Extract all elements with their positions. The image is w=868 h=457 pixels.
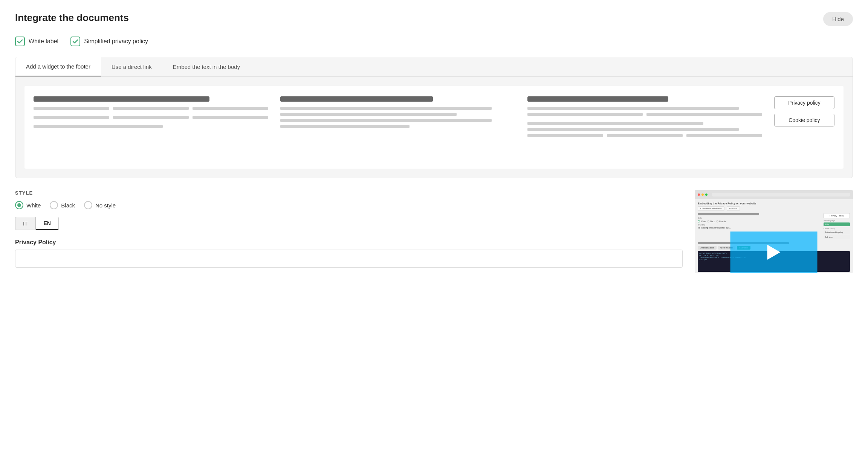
preview-lines-group-1a [34, 107, 268, 113]
ss-style-label: Style [698, 217, 702, 219]
privacy-policy-label: Privacy Policy [15, 239, 683, 246]
ss-radio-black: Black [707, 220, 715, 222]
no-style-radio-icon [84, 201, 92, 209]
preview-title-1 [34, 96, 209, 102]
preview-line [280, 119, 492, 122]
style-label: STYLE [15, 190, 683, 196]
tab-content: Privacy policy Cookie policy [15, 77, 853, 178]
lang-it-button[interactable]: IT [15, 217, 35, 230]
ss-right-col: Privacy Policy Add language EN × Cookie … [824, 213, 850, 239]
preview-title-2 [280, 96, 433, 102]
preview-line [193, 107, 268, 110]
right-panel: Embedding the Privacy Policy on your web… [695, 190, 853, 273]
white-radio-dot [17, 203, 21, 207]
ss-tab-customize: Customize the button [698, 206, 724, 211]
style-black-option[interactable]: Black [50, 201, 75, 209]
style-white-option[interactable]: White [15, 201, 41, 209]
language-group: IT EN [15, 217, 683, 230]
preview-lines-group-3a [527, 113, 762, 119]
radio-group: White Black No style [15, 201, 683, 209]
preview-box: Privacy policy Cookie policy [24, 86, 844, 169]
white-label-check-icon [15, 37, 25, 46]
ss-embed-tab: Embedding code [698, 246, 717, 250]
tabs-header: Add a widget to the footer Use a direct … [15, 57, 853, 77]
ss-branding-text: No branding remove the Iubenda logo... [698, 227, 821, 229]
preview-line [34, 125, 163, 128]
preview-column-2 [280, 96, 515, 158]
window-dot-red [698, 193, 700, 196]
ss-line [698, 213, 759, 215]
preview-line [193, 116, 268, 119]
ss-privacy-btn: Privacy Policy [824, 213, 850, 218]
ss-title: Embedding the Privacy Policy on your web… [698, 202, 850, 205]
preview-column-1 [34, 96, 268, 158]
left-panel: STYLE White Black No style [15, 190, 683, 268]
ss-radio-nostyle: No style [716, 220, 726, 222]
header-row: Integrate the documents Hide [15, 12, 853, 26]
preview-lines-group-1b [34, 116, 268, 122]
preview-line [607, 134, 683, 137]
checkboxes-row: White label Simplified privacy policy [15, 37, 853, 46]
ss-full-btn: Full sites [824, 235, 850, 239]
white-label: White [26, 202, 41, 209]
window-dot-yellow [701, 193, 704, 196]
preview-buttons-col: Privacy policy Cookie policy [774, 96, 834, 158]
preview-line [527, 128, 739, 131]
ss-lang-label: Add language [824, 219, 850, 222]
white-label-text: White label [29, 38, 58, 45]
preview-line [113, 107, 189, 110]
preview-line [527, 107, 739, 110]
ss-radio-row: White Black No style [698, 220, 821, 222]
hide-button[interactable]: Hide [823, 12, 853, 26]
simplified-privacy-checkbox[interactable]: Simplified privacy policy [70, 37, 148, 46]
ss-tab-preview: Preview [727, 206, 740, 211]
ss-lang-en: EN × [824, 222, 850, 226]
video-overlay [730, 232, 818, 273]
ss-branding-label: Branding [698, 224, 821, 226]
preview-line [686, 134, 762, 137]
preview-line [113, 116, 189, 119]
url-bar [712, 193, 850, 197]
play-button-icon[interactable] [767, 245, 781, 260]
lang-en-button[interactable]: EN [35, 217, 58, 230]
ss-cookie-btn: Activate cookie policy [824, 230, 850, 234]
preview-line [34, 107, 109, 110]
preview-line [646, 113, 762, 116]
privacy-policy-button[interactable]: Privacy policy [774, 96, 834, 109]
video-preview[interactable]: Embedding the Privacy Policy on your web… [695, 190, 853, 273]
tab-direct-link[interactable]: Use a direct link [101, 57, 162, 76]
ss-radio-white: White [698, 220, 706, 222]
preview-line [280, 113, 456, 116]
tabs-section: Add a widget to the footer Use a direct … [15, 57, 853, 178]
black-label: Black [61, 202, 75, 209]
preview-line [527, 122, 703, 125]
screenshot-header [695, 190, 853, 199]
style-no-style-option[interactable]: No style [84, 201, 116, 209]
page-container: Integrate the documents Hide White label… [0, 0, 868, 457]
window-dot-green [705, 193, 708, 196]
white-radio-icon [15, 201, 23, 209]
cookie-policy-button[interactable]: Cookie policy [774, 114, 834, 126]
simplified-privacy-check-icon [70, 37, 80, 46]
ss-cookie-label: Cookie policy [824, 227, 850, 230]
no-style-label: No style [95, 202, 116, 209]
white-label-checkbox[interactable]: White label [15, 37, 58, 46]
black-radio-icon [50, 201, 58, 209]
preview-line [527, 134, 603, 137]
preview-line [280, 125, 410, 128]
ss-style-row: Style [698, 217, 821, 219]
tab-footer-widget[interactable]: Add a widget to the footer [15, 57, 101, 76]
preview-title-3 [527, 96, 668, 102]
page-title: Integrate the documents [15, 12, 129, 24]
privacy-code-box[interactable] [15, 250, 683, 268]
preview-line [34, 116, 109, 119]
preview-column-3 [527, 96, 762, 158]
simplified-privacy-text: Simplified privacy policy [84, 38, 148, 45]
preview-line [280, 107, 492, 110]
style-section: STYLE White Black No style [15, 190, 683, 230]
tab-embed-body[interactable]: Embed the text in the body [162, 57, 251, 76]
bottom-section: STYLE White Black No style [15, 190, 853, 273]
preview-line [527, 113, 643, 116]
privacy-policy-section: Privacy Policy [15, 239, 683, 268]
preview-lines-group-3b [527, 134, 762, 140]
